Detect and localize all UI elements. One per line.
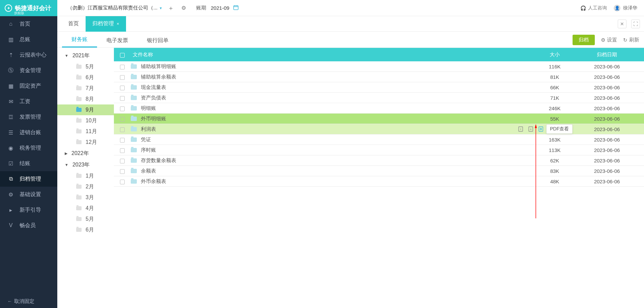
nav-closing[interactable]: ☑结账 — [0, 156, 57, 171]
table-row[interactable]: 利润表XAPDF查看2K2023-06-06 — [114, 124, 644, 134]
row-checkbox[interactable] — [120, 148, 125, 153]
table-row[interactable]: 现金流量表66K2023-06-06 — [114, 82, 644, 93]
nav-ledger[interactable]: ▥总账 — [0, 32, 57, 47]
subtab-einvoice[interactable]: 电子发票 — [97, 34, 137, 48]
subtab-finance[interactable]: 财务账 — [62, 33, 97, 48]
table-row[interactable]: 凭证163K2023-06-06 — [114, 134, 644, 145]
nav-tax[interactable]: ◉税务管理 — [0, 140, 57, 156]
archive-button[interactable]: 归档 — [573, 35, 595, 45]
nav-salary[interactable]: ✉工资 — [0, 94, 57, 109]
tree-month-2021-07[interactable]: 7月 — [57, 83, 114, 94]
tab-close-icon[interactable]: × — [117, 21, 119, 26]
tab-archive[interactable]: 归档管理 × — [86, 16, 126, 32]
nav-assets[interactable]: ▦固定资产 — [0, 78, 57, 94]
table-row[interactable]: 序时账113K2023-06-06 — [114, 145, 644, 155]
tree-month-2023-01[interactable]: 1月 — [57, 171, 114, 181]
table-row[interactable]: 明细账246K2023-06-06 — [114, 103, 644, 114]
tree-year-2021[interactable]: ▼2021年 — [57, 50, 114, 61]
tree-month-2023-06[interactable]: 6月 — [57, 224, 114, 235]
row-checkbox[interactable] — [120, 138, 125, 143]
tree-month-2021-12[interactable]: 12月 — [57, 137, 114, 148]
folder-icon — [76, 217, 82, 221]
folder-icon — [76, 140, 82, 144]
table-row[interactable]: 余额表83K2023-06-06 — [114, 166, 644, 176]
tree-month-2021-09[interactable]: 9月 — [57, 104, 114, 115]
refresh-button[interactable]: ↻刷新 — [623, 37, 639, 43]
nav-home[interactable]: ⌂首页 — [0, 16, 57, 32]
table-header: 文件名称 大小 归档日期 — [114, 48, 644, 61]
nav-purchase[interactable]: ☰进销台账 — [0, 125, 57, 140]
table-row[interactable]: 资产负债表71K2023-06-06 — [114, 93, 644, 103]
row-date: 2023-06-06 — [577, 105, 644, 111]
row-checkbox[interactable] — [120, 169, 125, 174]
row-date: 2023-06-06 — [577, 179, 644, 184]
row-filename: 序时账 — [131, 147, 533, 153]
row-checkbox[interactable] — [120, 180, 125, 184]
tree-month-2021-10[interactable]: 10月 — [57, 115, 114, 126]
row-checkbox[interactable] — [120, 75, 125, 80]
row-checkbox[interactable] — [120, 159, 125, 163]
row-checkbox[interactable] — [120, 117, 125, 122]
tree-year-2023[interactable]: ▼2023年 — [57, 159, 114, 171]
row-checkbox[interactable] — [120, 65, 125, 69]
row-size: 48K — [533, 179, 577, 184]
tree-month-2023-03[interactable]: 3月 — [57, 192, 114, 203]
row-filename: 外币明细账 — [131, 116, 533, 122]
svg-text:A: A — [530, 128, 532, 130]
tree-month-2023-05[interactable]: 5月 — [57, 214, 114, 224]
calendar-icon[interactable] — [233, 4, 239, 11]
tree-month-2023-04[interactable]: 4月 — [57, 203, 114, 214]
table-row[interactable]: 辅助核算余额表81K2023-06-06 — [114, 72, 644, 82]
subtab-bankslip[interactable]: 银行回单 — [137, 34, 178, 48]
row-date: 2023-06-06 — [577, 137, 644, 143]
svg-text:X: X — [520, 128, 522, 130]
row-checkbox[interactable] — [120, 86, 125, 90]
archive-icon: ⧉ — [7, 176, 14, 182]
file-table: 文件名称 大小 归档日期 辅助核算明细账116K2023-06-06辅助核算余额… — [114, 48, 644, 308]
tree-month-2023-02[interactable]: 2月 — [57, 181, 114, 192]
folder-icon — [76, 129, 82, 133]
export-pdf-icon[interactable]: A — [527, 126, 534, 132]
tab-close-all-button[interactable]: ✕ — [618, 20, 626, 28]
table-row[interactable]: 存货数量余额表62K2023-06-06 — [114, 155, 644, 166]
row-checkbox[interactable] — [120, 96, 125, 101]
gear-icon: ⚙ — [601, 37, 605, 43]
row-checkbox[interactable] — [120, 127, 125, 132]
export-excel-icon[interactable]: X — [517, 126, 524, 132]
folder-icon — [131, 85, 137, 90]
settings-button[interactable]: ⚙设置 — [601, 37, 617, 43]
nav-invoice[interactable]: ☲发票管理 — [0, 109, 57, 125]
nav-reports[interactable]: ⇡云报表中心 — [0, 47, 57, 63]
tree-month-2021-05[interactable]: 5月 — [57, 61, 114, 72]
triangle-down-icon: ▼ — [65, 163, 68, 167]
table-row[interactable]: 辅助核算明细账116K2023-06-06 — [114, 61, 644, 72]
nav-funds[interactable]: Ⓢ资金管理 — [0, 63, 57, 78]
unpin-button[interactable]: ← 取消固定 — [0, 295, 57, 308]
tree-month-2021-11[interactable]: 11月 — [57, 126, 114, 137]
nav-settings[interactable]: ⚙基础设置 — [0, 187, 57, 202]
row-checkbox[interactable] — [120, 106, 125, 111]
company-settings-icon[interactable]: ⚙ — [181, 5, 186, 11]
nav-vip[interactable]: V畅会员 — [0, 218, 57, 233]
table-row[interactable]: 外币明细账55K2023-06-06 — [114, 114, 644, 124]
table-row[interactable]: 外币余额表48K2023-06-06 — [114, 176, 644, 187]
nav-guide[interactable]: ▸新手引导 — [0, 202, 57, 218]
nav-archive[interactable]: ⧉归档管理 — [0, 171, 57, 187]
user-display[interactable]: 👤 徐泽华 — [614, 5, 637, 11]
row-filename: 辅助核算余额表 — [131, 74, 533, 80]
asset-icon: ▦ — [7, 83, 14, 89]
tree-month-2021-06[interactable]: 6月 — [57, 72, 114, 83]
help-button[interactable]: 🎧 人工咨询 — [580, 5, 607, 11]
tab-home[interactable]: 首页 — [61, 16, 86, 32]
chart-icon: ⇡ — [7, 52, 14, 58]
select-all-checkbox[interactable] — [120, 53, 125, 58]
row-date: 2023-06-06 — [577, 85, 644, 90]
tree-year-2022[interactable]: ▶2022年 — [57, 148, 114, 159]
pdf-view-icon[interactable] — [538, 126, 544, 132]
fullscreen-button[interactable]: ⛶ — [631, 20, 640, 28]
tree-month-2021-08[interactable]: 8月 — [57, 94, 114, 104]
company-dropdown-icon[interactable]: ▾ — [160, 6, 162, 10]
row-filename: 余额表 — [131, 168, 533, 174]
add-company-icon[interactable]: ＋ — [168, 4, 174, 12]
row-filename: 凭证 — [131, 136, 533, 143]
